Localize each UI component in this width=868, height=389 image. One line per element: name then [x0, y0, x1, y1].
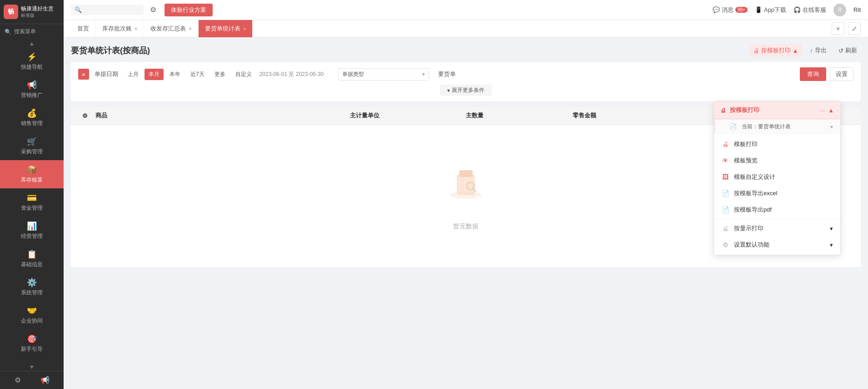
collapse-icon[interactable]: ▲ — [828, 107, 834, 114]
tabs-close-all-btn[interactable]: × — [832, 22, 844, 35]
default-func-left: ⚙ 设置默认功能 — [721, 241, 769, 249]
order-type-label: 单据类型 — [342, 71, 364, 78]
order-type-select[interactable]: 单据类型 ▾ — [338, 68, 429, 81]
refresh-icon: ↺ — [838, 47, 843, 54]
export-icon: ↑ — [810, 47, 813, 54]
display-print-label: 按显示打印 — [734, 224, 763, 232]
date-btn-current-year[interactable]: 本年 — [165, 69, 185, 80]
goods-filter-label: 要货单 — [438, 70, 456, 78]
sidebar-item-system[interactable]: ⚙️ 系统管理 — [0, 273, 64, 301]
sidebar-item-guide[interactable]: 🎯 新手引导 — [0, 329, 64, 358]
current-template-arrow: ▾ — [830, 124, 833, 130]
app-name: 畅康通好生意 — [21, 5, 54, 13]
guide-icon: 🎯 — [27, 334, 37, 344]
display-print-submenu[interactable]: 🖨 按显示打印 ▾ — [714, 220, 840, 237]
display-print-left: 🖨 按显示打印 — [721, 224, 763, 232]
sidebar-item-inventory[interactable]: 📦 库存核算 — [0, 160, 64, 188]
topbar-search-box[interactable]: 🔍 — [71, 5, 144, 15]
col-unit: 主计量单位 — [311, 111, 418, 120]
tab-home[interactable]: 首页 — [71, 20, 96, 37]
sidebar-search-label: 搜索菜单 — [14, 28, 36, 35]
filter-collapse-btn[interactable]: » — [78, 69, 89, 80]
empty-illustration — [443, 161, 489, 215]
more-options-icon[interactable]: ··· — [820, 107, 825, 114]
template-print-item[interactable]: 🖨 模板打印 — [714, 136, 840, 152]
sidebar-scroll-up[interactable]: ▲ — [0, 39, 64, 47]
trial-btn[interactable]: 体验行业方案 — [165, 4, 213, 16]
template-export-pdf-item[interactable]: 📄 按模板导出pdf — [714, 202, 840, 218]
date-filter-label: 单据日期 — [95, 70, 118, 78]
filter-settings-btn[interactable]: 设置 — [830, 67, 853, 81]
sidebar-item-purchase[interactable]: 🛒 采购管理 — [0, 132, 64, 160]
online-service-btn[interactable]: 🎧 在线客服 — [793, 6, 826, 14]
speaker-bottom-icon[interactable]: 📢 — [40, 376, 50, 384]
sidebar-item-label-purchase: 采购管理 — [21, 148, 43, 156]
date-btn-current-month[interactable]: 本月 — [145, 69, 164, 80]
tab-order-stats-close[interactable]: × — [243, 26, 246, 31]
export-btn[interactable]: ↑ 导出 — [807, 45, 831, 56]
sidebar-item-label-system: 系统管理 — [21, 289, 43, 297]
col-settings[interactable]: ⚙ — [78, 112, 92, 119]
goods-filter-area: 要货单 — [438, 70, 456, 78]
current-template-label: 当前：要货单统计表 — [742, 123, 791, 131]
tab-receipt-summary-close[interactable]: × — [189, 26, 191, 31]
page-title: 要货单统计表(按商品) — [71, 45, 150, 56]
tabs-bar: 首页 库存批次账 × 收发存汇总表 × 要货单统计表 × × ⤢ — [64, 20, 868, 37]
page-header-actions: 🖨 按模板打印 ▲ ↑ 导出 ↺ 刷新 — [750, 45, 861, 56]
sidebar-item-collab[interactable]: 🤝 企业协同 — [0, 301, 64, 329]
notifications-label: 消息 — [722, 6, 733, 14]
sidebar-item-sales[interactable]: 💰 销售管理 — [0, 104, 64, 132]
date-btn-prev-month[interactable]: 上月 — [124, 69, 143, 80]
tab-receipt-summary-label: 收发存汇总表 — [150, 25, 186, 33]
sidebar-item-operation[interactable]: 📊 经营管理 — [0, 217, 64, 245]
topbar-right: 💬 消息 99+ 📱 App下载 🎧 在线客服 R Rit — [713, 4, 861, 16]
sidebar-item-marketing[interactable]: 📢 营销推广 — [0, 76, 64, 104]
notifications-btn[interactable]: 💬 消息 99+ — [713, 6, 748, 14]
current-template-item[interactable]: 📄 当前：要货单统计表 ▾ — [714, 119, 840, 134]
sidebar-item-apps[interactable]: 🔔 应用中心 — [0, 358, 64, 363]
template-preview-item[interactable]: 👁 模板预览 — [714, 152, 840, 169]
tab-order-stats[interactable]: 要货单统计表 × — [199, 20, 253, 37]
export-label: 导出 — [815, 46, 827, 55]
sidebar-item-label-finance: 资金管理 — [21, 204, 43, 212]
empty-text: 暂无数据 — [453, 222, 479, 231]
template-export-excel-item[interactable]: 📄 按模板导出excel — [714, 185, 840, 202]
sidebar-item-finance[interactable]: 💳 资金管理 — [0, 188, 64, 217]
date-btn-custom[interactable]: 自定义 — [231, 69, 256, 80]
svg-rect-2 — [459, 170, 473, 177]
sidebar-item-label-collab: 企业协同 — [21, 317, 43, 325]
template-custom-item[interactable]: 🖼 模板自定义设计 — [714, 169, 840, 185]
refresh-btn[interactable]: ↺ 刷新 — [835, 45, 861, 56]
sales-icon: 💰 — [27, 108, 37, 118]
print-dropdown: 🖨 按模板打印 ··· ▲ 📄 当前：要货单统计表 ▾ 🖨 模板打印 — [713, 101, 841, 255]
print-template-btn[interactable]: 🖨 按模板打印 ▲ — [750, 45, 802, 56]
sidebar-scroll-down[interactable]: ▼ — [0, 363, 64, 371]
basic-icon: 📋 — [27, 249, 37, 259]
date-btn-more[interactable]: 更多 — [210, 69, 229, 80]
app-download-label: App下载 — [764, 6, 786, 14]
expand-label: 展开更多条件 — [452, 86, 484, 94]
settings-bottom-icon[interactable]: ⚙ — [15, 376, 21, 384]
tab-batch-account-close[interactable]: × — [135, 26, 137, 31]
sidebar-search[interactable]: 🔍 搜索菜单 — [0, 24, 64, 39]
topbar-search-input[interactable] — [85, 7, 140, 13]
topbar-gear-icon[interactable]: ⚙ — [150, 5, 156, 14]
tab-receipt-summary[interactable]: 收发存汇总表 × — [144, 20, 198, 37]
quick-nav-icon: ⚡ — [27, 52, 37, 62]
print-dropdown-icon: 🖨 — [720, 107, 726, 114]
sidebar-item-quick-nav[interactable]: ⚡ 快捷导航 — [0, 47, 64, 76]
user-avatar[interactable]: R — [833, 4, 846, 16]
expand-more-conditions-btn[interactable]: ▾ 展开更多条件 — [440, 85, 492, 96]
order-type-arrow-icon: ▾ — [422, 71, 425, 77]
username-label[interactable]: Rit — [853, 6, 861, 13]
print-dropdown-header[interactable]: 🖨 按模板打印 ··· ▲ — [714, 101, 840, 119]
sidebar-item-basic[interactable]: 📋 基础信息 — [0, 245, 64, 273]
tabs-maximize-btn[interactable]: ⤢ — [848, 22, 861, 35]
tab-batch-account[interactable]: 库存批次账 × — [96, 20, 144, 37]
sidebar-nav: ⚡ 快捷导航 📢 营销推广 💰 销售管理 🛒 采购管理 📦 库存核算 💳 资金管… — [0, 47, 64, 363]
date-btn-last7days[interactable]: 近7天 — [186, 69, 209, 80]
query-btn[interactable]: 查询 — [800, 67, 826, 81]
inventory-icon: 📦 — [27, 165, 37, 175]
app-download-btn[interactable]: 📱 App下载 — [755, 6, 786, 14]
default-func-submenu[interactable]: ⚙ 设置默认功能 ▾ — [714, 237, 840, 253]
